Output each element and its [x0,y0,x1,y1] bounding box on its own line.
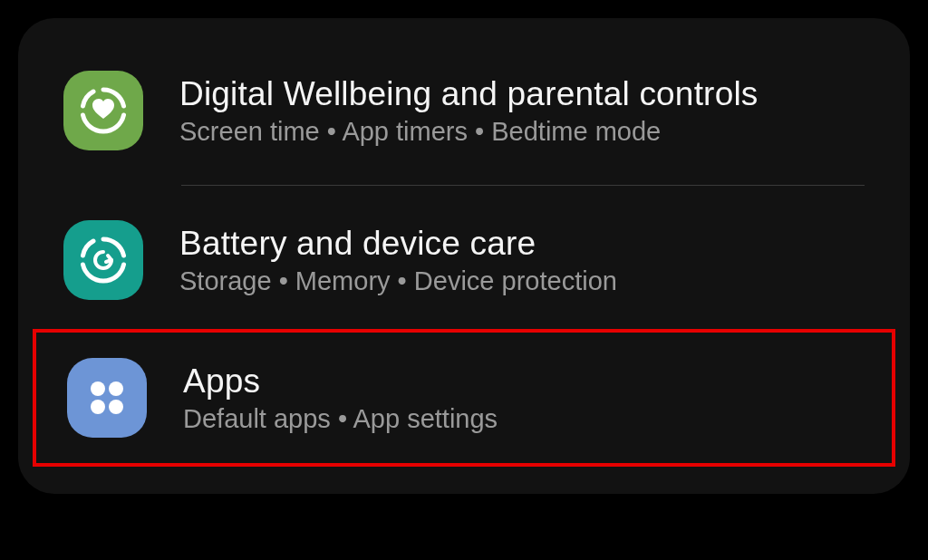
settings-item-battery-device-care[interactable]: Battery and device care Storage • Memory… [18,195,910,325]
svg-point-3 [109,400,123,414]
settings-item-subtitle: Storage • Memory • Device protection [179,266,617,296]
settings-panel: Digital Wellbeing and parental controls … [18,18,910,494]
divider [181,185,865,186]
settings-item-digital-wellbeing[interactable]: Digital Wellbeing and parental controls … [18,45,910,176]
settings-item-apps[interactable]: Apps Default apps • App settings [36,333,892,463]
svg-point-2 [91,400,105,414]
settings-item-title: Battery and device care [179,225,617,263]
svg-point-0 [91,381,105,396]
settings-item-subtitle: Default apps • App settings [183,404,498,434]
settings-item-text: Digital Wellbeing and parental controls … [179,75,759,147]
settings-item-title: Digital Wellbeing and parental controls [179,75,759,113]
settings-item-title: Apps [183,362,498,401]
device-care-icon [63,220,143,300]
apps-grid-icon [67,358,147,438]
highlight-annotation: Apps Default apps • App settings [33,329,895,467]
settings-item-text: Apps Default apps • App settings [183,362,498,434]
settings-item-subtitle: Screen time • App timers • Bedtime mode [179,117,759,147]
svg-point-1 [109,381,123,396]
wellbeing-heart-icon [63,71,143,150]
settings-item-text: Battery and device care Storage • Memory… [179,225,617,296]
